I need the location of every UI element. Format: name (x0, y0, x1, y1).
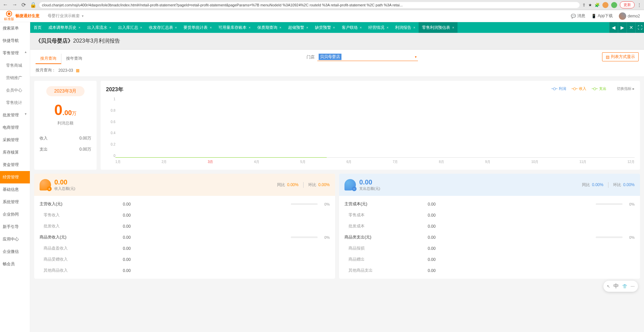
row-label: 零售成本 (344, 212, 405, 218)
store-label: 门店 (307, 54, 315, 60)
close-icon[interactable]: × (175, 26, 177, 30)
sidebar-item[interactable]: 批发管理 (0, 109, 30, 121)
tab[interactable]: 缺货预警× (312, 22, 338, 33)
close-icon[interactable]: × (279, 26, 281, 30)
chart-line-expense (115, 157, 327, 158)
table-row: 零售成本0.00 (344, 210, 635, 221)
reload-icon[interactable]: ⟳ (21, 2, 26, 8)
sidebar-item[interactable]: 电商管理 (0, 121, 30, 134)
tab[interactable]: 成本调整单历史× (45, 22, 84, 33)
chart-card: 2023年 利润 收入 支出 切换指标 ▸ 10.80.60.40.20 1月2… (101, 81, 640, 170)
tab[interactable]: 收发存汇总表× (146, 22, 180, 33)
row-value: 0.00 (405, 246, 459, 251)
tab[interactable]: 零售利润预估表× (419, 22, 458, 33)
url-bar[interactable]: cloud.chanjet.com/nsj/u400r/4daqxn/lole3… (39, 2, 580, 8)
sidebar-item[interactable]: 零售管理 (0, 47, 30, 59)
pointer-icon: ↖ (607, 284, 610, 289)
forward-icon[interactable]: → (12, 2, 17, 8)
x-tick: 11月 (579, 160, 586, 164)
messages-button[interactable]: 💬 消息 (571, 13, 585, 19)
ext-icon-2[interactable] (611, 2, 617, 8)
tab[interactable]: 出入库流水× (84, 22, 115, 33)
month-query-label: 按月查询： (36, 67, 56, 73)
close-icon[interactable]: × (109, 26, 111, 30)
y-tick: 0.4 (106, 131, 115, 135)
tabs-close[interactable]: ✕ (627, 22, 635, 33)
sidebar-item[interactable]: 搜索菜单 (0, 22, 30, 35)
list-view-button[interactable]: ▤ 列表方式显示 (602, 52, 639, 61)
sidebar-item[interactable]: 应用中心 (0, 233, 30, 245)
calendar-icon[interactable]: ▦ (76, 68, 79, 73)
close-icon[interactable]: × (306, 26, 308, 30)
app-logo[interactable]: 标准版 畅捷通好生意 (4, 11, 40, 21)
share-icon[interactable]: ⇪ (582, 3, 586, 7)
chevron-down-icon: ▾ (82, 14, 84, 18)
tab[interactable]: 出入库汇总× (115, 22, 146, 33)
tabs-scroll-left[interactable]: ◀ (609, 22, 618, 33)
tab[interactable]: 可用量库存账本× (215, 22, 254, 33)
tab[interactable]: 经营情况× (365, 22, 392, 33)
legend-expense[interactable]: 支出 (592, 86, 606, 91)
sidebar-item[interactable]: 基础信息 (0, 183, 30, 196)
filter-tab-month[interactable]: 按月查询 (36, 54, 61, 64)
close-icon[interactable]: × (452, 26, 454, 30)
sidebar-item[interactable]: 新手引导 (0, 221, 30, 233)
sidebar-item[interactable]: 会员中心 (0, 84, 30, 97)
lock-icon: 🔒 (30, 2, 37, 8)
store-selector[interactable]: 门店 贝贝母婴店 ▾ (307, 53, 418, 61)
row-label: 商品受赠收入 (40, 257, 100, 262)
legend-income[interactable]: 收入 (572, 86, 586, 91)
menu-icon[interactable]: ⋮ (637, 3, 641, 7)
tab[interactable]: 保质期查询× (254, 22, 285, 33)
star-icon[interactable]: ★ (588, 3, 592, 7)
close-icon[interactable]: × (360, 26, 362, 30)
sidebar-item[interactable]: 库存核算 (0, 146, 30, 159)
close-icon[interactable]: × (386, 26, 388, 30)
ime-widget[interactable]: ↖ 中 👕 ⋯ (603, 281, 638, 292)
close-icon[interactable]: × (78, 26, 80, 30)
account-selector[interactable]: 母婴行业演示账套 ▾ (48, 13, 84, 19)
list-icon: ▤ (606, 55, 609, 59)
close-icon[interactable]: × (333, 26, 335, 30)
sidebar-item[interactable]: 畅会员 (0, 258, 30, 270)
sidebar-item[interactable]: 零售统计 (0, 97, 30, 109)
browser-update-btn[interactable]: 更新 (620, 1, 635, 8)
tab[interactable]: 要货单统计表× (180, 22, 215, 33)
sidebar-item[interactable]: 营销推广 (0, 72, 30, 84)
month-query-value[interactable]: 2023-03 (58, 68, 73, 73)
user-menu[interactable]: demo2 (619, 12, 640, 20)
y-tick: 1 (106, 97, 115, 101)
ext-icon-1[interactable] (602, 2, 608, 8)
sidebar-item[interactable]: 快捷导航 (0, 35, 30, 47)
close-icon[interactable]: × (210, 26, 212, 30)
sidebar-item[interactable]: 资金管理 (0, 159, 30, 171)
app-download-button[interactable]: 📱 App下载 (591, 13, 613, 19)
table-row: 其他商品收入0.00 (40, 265, 330, 276)
back-icon[interactable]: ← (3, 2, 8, 8)
sidebar-item[interactable]: 采购管理 (0, 134, 30, 146)
sidebar-item[interactable]: 企业协同 (0, 208, 30, 221)
close-icon[interactable]: × (140, 26, 142, 30)
chevron-down-icon: ▾ (415, 55, 417, 59)
tab[interactable]: 利润报告× (392, 22, 419, 33)
sidebar-item[interactable]: 零售商城 (0, 59, 30, 72)
tabs-scroll-right[interactable]: ▶ (618, 22, 627, 33)
sidebar-item[interactable]: 经营管理 (0, 171, 30, 183)
tab[interactable]: 超储预警× (285, 22, 312, 33)
row-value: 0.00 (100, 224, 154, 229)
legend-profit[interactable]: 利润 (551, 86, 566, 91)
period-pill: 2023年3月 (46, 86, 85, 96)
close-icon[interactable]: × (413, 26, 415, 30)
tab[interactable]: 客户联络× (338, 22, 365, 33)
puzzle-icon[interactable]: 🧩 (595, 3, 600, 7)
tabs-fullscreen[interactable]: ⛶ (635, 22, 644, 33)
sidebar-item[interactable]: 企业微信 (0, 245, 30, 258)
close-icon[interactable]: × (249, 26, 251, 30)
switch-indicator-button[interactable]: 切换指标 ▸ (617, 86, 635, 91)
filter-tab-year[interactable]: 按年查询 (61, 54, 87, 64)
sidebar-item[interactable]: 系统管理 (0, 196, 30, 208)
tab[interactable]: 首页 (30, 22, 45, 33)
row-label: 商品类支出(元) (344, 234, 405, 240)
row-value: 0.00 (100, 257, 154, 262)
row-bar: 0% (154, 235, 330, 239)
